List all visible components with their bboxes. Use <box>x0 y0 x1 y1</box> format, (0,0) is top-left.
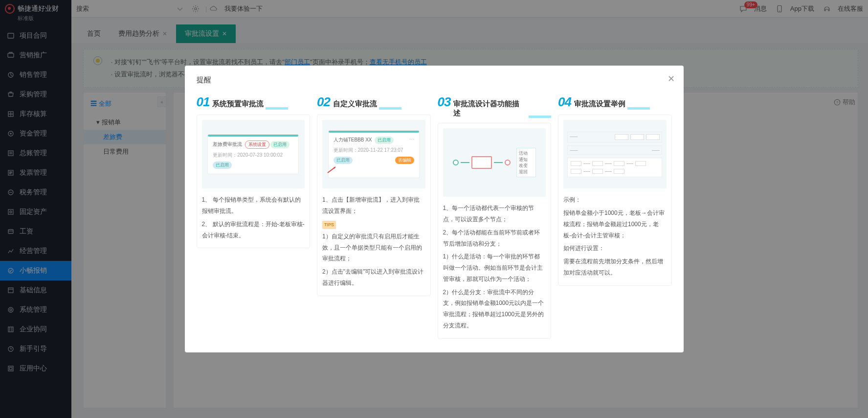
guide-number: 01 <box>197 94 210 110</box>
guide-text: 报销单金额小于1000元，老板→会计审核流程；报销单金额超过1000元，老板-会… <box>563 208 667 241</box>
guide-card: —————— 示例：报销单金额小于1000元，老板→会计审核流程；报销单金额超过… <box>558 115 672 286</box>
guide-text: 1、每一个活动都代表一个审核的节点，可以设置多个节点； <box>443 203 546 225</box>
guide-thumbnail: 差旅费审批流 系统设置 已启用更新时间：2020-07-23 10:00:02已… <box>202 120 305 188</box>
guide-title: 系统预置审批流 <box>212 99 264 109</box>
guide-title: 自定义审批流 <box>333 99 377 109</box>
reminder-modal: 提醒 ✕ 01 系统预置审批流 差旅费审批流 系统设置 已启用更新时间：2020… <box>185 66 684 352</box>
tips-chip: TIPS <box>322 221 336 229</box>
guide-card: 差旅费审批流 系统设置 已启用更新时间：2020-07-23 10:00:02已… <box>197 115 311 248</box>
guide-text: 2）什么是分支：审批流中不同的分支，例如报销单金额1000元以内是一个审批流程；… <box>443 287 546 331</box>
modal-title: 提醒 <box>197 75 672 85</box>
guide-number: 02 <box>317 94 330 110</box>
guide-column: 02 自定义审批流 人力铺TEBBB XX 已启用⋯更新时间：2020-11-2… <box>317 94 431 339</box>
guide-card: 活动通知改变退回 1、每一个活动都代表一个审核的节点，可以设置多个节点；2、每个… <box>438 123 552 339</box>
close-icon[interactable]: ✕ <box>668 73 675 84</box>
guide-text: 如何进行设置： <box>563 243 667 254</box>
guide-number: 04 <box>558 94 571 110</box>
guide-text: 2）点击"去编辑"可以进入到审批流设计器进行编辑。 <box>322 266 425 289</box>
guide-text: 示例： <box>563 194 667 206</box>
guide-text: 2、 默认的审批流程是：开始-老板审核-会计审核-结束。 <box>202 219 305 241</box>
guide-text: 2、每个活动都能在当前环节前或者环节后增加活动和分支； <box>443 227 546 250</box>
guide-text: 需要在流程前先增加分支条件，然后增加对应活动就可以。 <box>563 256 667 279</box>
guide-thumbnail: —————— <box>563 120 667 188</box>
guide-text: 1、点击【新增审批流】，进入到审批流设置界面； <box>322 194 425 217</box>
guide-column: 04 审批流设置举例 —————— 示例：报销单金额小于1000元，老板→会计审… <box>558 94 672 339</box>
guide-thumbnail: 人力铺TEBBB XX 已启用⋯更新时间：2020-11-22 17:23:07… <box>322 120 425 188</box>
guide-column: 01 系统预置审批流 差旅费审批流 系统设置 已启用更新时间：2020-07-2… <box>197 94 311 339</box>
guide-number: 03 <box>438 94 451 110</box>
guide-card: 人力铺TEBBB XX 已启用⋯更新时间：2020-11-22 17:23:07… <box>317 115 431 296</box>
guide-column: 03 审批流设计器功能描述 活动通知改变退回 1、每一个活动都代表一个审核的节点… <box>438 94 552 339</box>
guide-text: 1）什么是活动：每一个审批的环节都叫做一个活动。例如当前环节是会计主管审核，那就… <box>443 251 546 284</box>
modal-overlay[interactable]: 提醒 ✕ 01 系统预置审批流 差旅费审批流 系统设置 已启用更新时间：2020… <box>0 0 868 418</box>
guide-title: 审批流设置举例 <box>574 99 625 109</box>
guide-thumbnail: 活动通知改变退回 <box>443 128 546 197</box>
guide-text: 1）自定义的审批流只有启用后才能生效，且一个单据类型只能有一个启用的审批流程； <box>322 231 425 264</box>
guide-title: 审批流设计器功能描述 <box>453 99 527 118</box>
guide-text: 1、 每个报销单类型，系统会有默认的报销审批流。 <box>202 194 305 217</box>
